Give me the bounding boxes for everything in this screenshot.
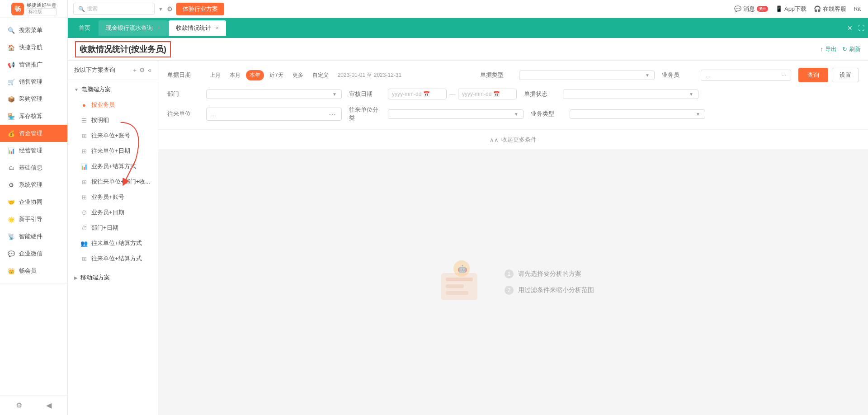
doc-status-select[interactable]: ▼ xyxy=(563,90,698,99)
app-download-item[interactable]: 📱 App下载 xyxy=(775,5,807,13)
counterparty-placeholder: ... xyxy=(211,111,329,118)
export-icon: ↑ xyxy=(821,46,824,52)
date-btn-more[interactable]: 更多 xyxy=(289,70,307,80)
date-label: 单据日期 xyxy=(167,71,199,79)
calendar-icon2: 📅 xyxy=(493,91,500,97)
sidebar-settings-btn[interactable]: ⚙ xyxy=(14,399,24,411)
sidebar-item-system[interactable]: ⚙ 系统管理 xyxy=(0,176,67,193)
biz-type-select[interactable]: ▼ xyxy=(570,109,705,119)
scheme-item-dept-date[interactable]: ⏱ 部门+日期 xyxy=(68,220,158,236)
service-icon: 🎧 xyxy=(814,5,821,12)
dept-select[interactable]: ▼ xyxy=(206,90,342,99)
scheme-item-unit-account[interactable]: ⊞ 往来单位+账号 xyxy=(68,128,158,143)
scheme-item-unit-settlement2[interactable]: ⊞ 往来单位+结算方式 xyxy=(68,251,158,266)
sidebar-item-enterprise[interactable]: 🤝 企业协同 xyxy=(0,193,67,211)
empty-illustration: 🤖 xyxy=(432,255,486,309)
svg-rect-2 xyxy=(446,284,464,288)
sidebar-item-wechat[interactable]: 💬 企业微信 xyxy=(0,245,67,262)
tip-num-2: 2 xyxy=(505,286,514,295)
content-area: 首页 现金银行流水查询 × 收款情况统计 × ✕ ⛶ 收款情况统计(按业务员) … xyxy=(68,18,868,415)
svg-rect-3 xyxy=(446,291,468,295)
scheme-item-unit-date[interactable]: ⊞ 往来单位+日期 xyxy=(68,143,158,159)
refresh-btn[interactable]: ↻ 刷新 xyxy=(842,45,861,53)
sidebar-item-sales[interactable]: 🛒 销售管理 xyxy=(0,73,67,90)
tab-receivable-stats[interactable]: 收款情况统计 × xyxy=(169,20,226,36)
tip-num-1: 1 xyxy=(505,269,514,278)
scheme-group-mobile: ▶ 移动端方案 xyxy=(68,268,158,287)
sidebar-item-basic-info[interactable]: 🗂 基础信息 xyxy=(0,159,67,176)
online-service-item[interactable]: 🎧 在线客服 xyxy=(814,5,846,13)
export-btn[interactable]: ↑ 导出 xyxy=(821,45,837,53)
scheme-item-salesperson-account[interactable]: ⊞ 业务员+账号 xyxy=(68,189,158,205)
messages-badge: 99+ xyxy=(757,6,768,12)
scheme-collapse-btn[interactable]: « xyxy=(148,66,151,74)
main-content: 按以下方案查询 + ⚙ « ▼ 电脑端方案 ● 按业务员 xyxy=(68,61,868,415)
dropdown-arrow6-icon: ▼ xyxy=(696,112,700,117)
sidebar-item-marketing[interactable]: 📢 营销推广 xyxy=(0,56,67,73)
date-btn-last-month[interactable]: 上月 xyxy=(206,70,224,80)
sidebar-item-operations[interactable]: 📊 经营管理 xyxy=(0,142,67,159)
scheme-group-mobile-header[interactable]: ▶ 移动端方案 xyxy=(68,270,158,285)
list-icon: ☰ xyxy=(80,117,88,124)
date-btn-custom[interactable]: 自定义 xyxy=(309,70,332,80)
date-btn-this-month[interactable]: 本月 xyxy=(226,70,244,80)
purchase-icon: 📦 xyxy=(7,95,15,103)
scheme-group-pc-header[interactable]: ▼ 电脑端方案 xyxy=(68,82,158,97)
audit-date-to[interactable]: yyyy-mm-dd 📅 xyxy=(458,89,517,99)
tab-home[interactable]: 首页 xyxy=(71,20,98,36)
scheme-item-unit-dept-recv[interactable]: ⊞ 按往来单位+部门+收... xyxy=(68,174,158,189)
scheme-item-salesperson-date[interactable]: ⏱ 业务员+日期 xyxy=(68,205,158,220)
sidebar-item-purchase[interactable]: 📦 采购管理 xyxy=(0,90,67,108)
sidebar-item-quick-nav[interactable]: 🏠 快捷导航 xyxy=(0,39,67,56)
salesperson-select[interactable]: ... ⋯ xyxy=(701,70,791,81)
clock-icon: ⏱ xyxy=(80,209,88,216)
doc-type-label: 单据类型 xyxy=(480,71,512,79)
wechat-icon: 💬 xyxy=(7,250,15,258)
scheme-add-btn[interactable]: + xyxy=(133,66,137,74)
settings-icon[interactable]: ⚙ xyxy=(167,5,173,13)
collapse-bar[interactable]: ∧∧ 收起更多条件 xyxy=(158,130,868,149)
sidebar-item-guide[interactable]: 🌟 新手引导 xyxy=(0,211,67,228)
sidebar-collapse-btn[interactable]: ◀ xyxy=(44,399,53,411)
filter-settings-btn[interactable]: 设置 xyxy=(832,68,859,82)
app-logo: 畅 xyxy=(11,3,24,15)
audit-date-from[interactable]: yyyy-mm-dd 📅 xyxy=(388,89,447,99)
dropdown-arrow5-icon: ▼ xyxy=(514,112,519,117)
chevron-down-icon: ▼ xyxy=(74,87,79,92)
empty-content: 🤖 1 请先选择要分析的方案 2 用过滤条件来缩小分析范围 xyxy=(432,255,594,309)
edition-badge: 标准版 xyxy=(27,8,57,15)
date-btn-last7[interactable]: 近7天 xyxy=(266,70,287,80)
refresh-icon: ↻ xyxy=(842,46,847,52)
messages-nav-item[interactable]: 💬 消息 99+ xyxy=(734,5,768,13)
scheme-item-by-detail[interactable]: ☰ 按明细 xyxy=(68,113,158,128)
counterparty-type-select[interactable]: ▼ xyxy=(388,109,524,119)
tab-close-receivable-stats[interactable]: × xyxy=(216,25,219,31)
sidebar-item-member[interactable]: 👑 畅会员 xyxy=(0,262,67,279)
scheme-item-unit-settlement1[interactable]: 👥 往来单位+结算方式 xyxy=(68,236,158,251)
tab-bank-flow[interactable]: 现金银行流水查询 × xyxy=(99,20,168,36)
doc-type-select[interactable]: ▼ xyxy=(519,71,655,80)
sidebar-item-finance[interactable]: 💰 资金管理 xyxy=(0,125,67,142)
date-btn-this-year[interactable]: 本年 xyxy=(246,70,264,80)
page-actions: ↑ 导出 ↻ 刷新 xyxy=(821,45,861,53)
dropdown-arrow2-icon: ⋯ xyxy=(782,73,786,78)
sidebar-item-smart-hw[interactable]: 📡 智能硬件 xyxy=(0,228,67,245)
query-btn[interactable]: 查询 xyxy=(798,68,828,82)
finance-icon: 💰 xyxy=(7,129,15,137)
tab-close-all-btn[interactable]: ✕ xyxy=(847,24,853,32)
sidebar-item-search-menu[interactable]: 🔍 搜索菜单 xyxy=(0,22,67,39)
user-name-item[interactable]: Rit xyxy=(854,5,861,12)
search-icon: 🔍 xyxy=(78,6,85,12)
tab-maximize-btn[interactable]: ⛶ xyxy=(858,24,864,32)
sidebar-item-inventory[interactable]: 🏪 库存核算 xyxy=(0,108,67,125)
tab-close-bank-flow[interactable]: × xyxy=(157,25,160,31)
counterparty-select[interactable]: ... ⋯ xyxy=(206,108,342,121)
top-search-box[interactable]: 🔍 搜索 xyxy=(73,3,155,15)
biz-type-label: 业务类型 xyxy=(531,110,562,118)
scheme-item-salesperson-settlement[interactable]: 📊 业务员+结算方式 xyxy=(68,159,158,174)
dots-icon[interactable]: ⋯ xyxy=(329,110,337,118)
filter-row-2: 部门 ▼ 审核日期 yyyy-mm-dd 📅 — xyxy=(167,89,859,99)
scheme-item-by-salesperson[interactable]: ● 按业务员 xyxy=(68,97,158,113)
trial-btn[interactable]: 体验行业方案 xyxy=(176,3,224,15)
scheme-settings-btn[interactable]: ⚙ xyxy=(139,66,145,74)
